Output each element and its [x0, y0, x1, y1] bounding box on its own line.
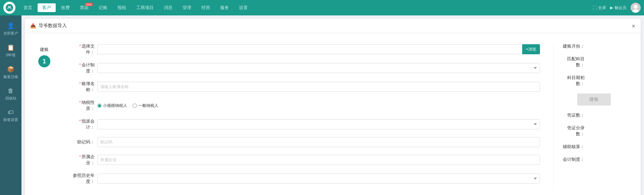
main-layout: 👤 全部客户 📋 0申报 📦 账套迁移 🗑 回收站 🏷 标签设置 📥 导爷数据导… — [0, 15, 644, 195]
accountant-row: 指派会计： — [70, 118, 540, 130]
ledger-name-label: 账簿名称： — [70, 81, 97, 93]
nav-home[interactable]: 首页 — [19, 3, 37, 12]
main-content: 📥 导爷数据导入 × 建账 1 选择文件： — [21, 15, 644, 195]
form-section: 选择文件： +浏览 会计制度： — [70, 43, 627, 191]
file-input-group: +浏览 — [97, 44, 540, 54]
match-subjects-row: 匹配科目数： — [560, 56, 627, 68]
nav-right-actions: ⛶ 全屏 ▶ 畅会员 — [593, 3, 641, 13]
tax-type-group: 小规模纳税人 一般纳税人 — [97, 103, 540, 109]
avatar[interactable] — [631, 3, 641, 13]
info-accounting-system-row: 会计制度： — [560, 156, 627, 162]
nav-business[interactable]: 工商项目 — [132, 3, 158, 12]
tax-type-label: 纳税性质： — [70, 100, 97, 112]
tax-type-row: 纳税性质： 小规模纳税人 一般纳税人 — [70, 100, 540, 112]
browse-button[interactable]: +浏览 — [522, 44, 540, 54]
trash-icon: 🗑 — [8, 87, 14, 94]
nav-settings[interactable]: 设置 — [234, 3, 252, 12]
info-section: 建账月份： 匹配科目数： 科目期初数： 建账 — [553, 43, 627, 191]
nav-billing[interactable]: 收费 — [56, 3, 75, 12]
step-circle: 1 — [38, 55, 50, 67]
file-input[interactable] — [97, 44, 522, 54]
accounting-system-row: 会计制度： — [70, 62, 540, 74]
ledger-name-row: 账簿名称： — [70, 81, 540, 93]
panel-header: 📥 导爷数据导入 — [25, 19, 641, 33]
nav-invoice[interactable]: 票据 new — [75, 3, 93, 12]
nav-operations[interactable]: 经营 — [197, 3, 215, 12]
accountant-label: 指派会计： — [70, 118, 97, 130]
create-account-button[interactable]: 建账 — [577, 93, 611, 106]
step-label: 建账 — [40, 47, 49, 53]
initial-subjects-row: 科目期初数： — [560, 75, 627, 87]
nav-messages[interactable]: 消息 — [159, 3, 177, 12]
member-btn[interactable]: ▶ 畅会员 — [610, 5, 627, 11]
tag-icon: 🏷 — [8, 109, 14, 116]
svg-point-2 — [634, 5, 638, 9]
sidebar-item-declaration[interactable]: 📋 0申报 — [0, 41, 21, 61]
import-panel: 📥 导爷数据导入 × 建账 1 选择文件： — [25, 19, 641, 195]
new-badge: new — [85, 3, 93, 6]
memo-label: 助记码： — [70, 139, 97, 145]
logo — [3, 2, 15, 14]
sidebar: 👤 全部客户 📋 0申报 📦 账套迁移 🗑 回收站 🏷 标签设置 — [0, 15, 21, 195]
migration-icon: 📦 — [7, 66, 14, 73]
history-year-label: 参照历史年度： — [70, 173, 97, 185]
accounting-system-select[interactable] — [97, 63, 540, 73]
sidebar-item-recycle[interactable]: 🗑 回收站 — [0, 84, 21, 104]
form-left: 选择文件： +浏览 会计制度： — [70, 43, 540, 191]
nav-management[interactable]: 管理 — [178, 3, 196, 12]
import-icon: 📥 — [30, 23, 36, 28]
general-taxpayer-option[interactable]: 一般纳税人 — [133, 103, 158, 109]
panel-body: 建账 1 选择文件： +浏览 — [25, 33, 641, 195]
small-taxpayer-option[interactable]: 小规模纳税人 — [97, 103, 127, 109]
aux-accounting-label: 辅助核算： — [560, 144, 587, 150]
users-icon: 👤 — [7, 22, 14, 29]
history-year-row: 参照历史年度： — [70, 173, 540, 185]
fullscreen-btn[interactable]: ⛶ 全屏 — [593, 5, 606, 11]
sidebar-item-tags[interactable]: 🏷 标签设置 — [0, 106, 21, 126]
declaration-icon: 📋 — [7, 44, 14, 51]
memo-input[interactable] — [97, 137, 540, 147]
voucher-count-row: 凭证数： — [560, 112, 627, 118]
file-row: 选择文件： +浏览 — [70, 43, 540, 55]
close-button[interactable]: × — [632, 23, 635, 30]
small-taxpayer-radio[interactable] — [97, 104, 102, 108]
sidebar-item-all-customers[interactable]: 👤 全部客户 — [0, 19, 21, 39]
nav-bookkeeping[interactable]: 记账 — [94, 3, 112, 12]
month-row: 建账月份： — [560, 43, 627, 49]
nav-tax[interactable]: 报税 — [113, 3, 131, 12]
nav-services[interactable]: 服务 — [215, 3, 234, 12]
top-navigation: 首页 客户 收费 票据 new 记账 报税 工商项目 消息 管理 经营 服务 设… — [0, 0, 644, 15]
ledger-name-input[interactable] — [97, 82, 540, 92]
step-section: 建账 1 — [38, 43, 50, 191]
sidebar-item-migration[interactable]: 📦 账套迁移 — [0, 62, 21, 83]
member-icon: ▶ — [610, 5, 613, 10]
company-input[interactable] — [97, 155, 540, 165]
fullscreen-icon: ⛶ — [593, 5, 597, 10]
company-row: 所属企业： — [70, 154, 540, 166]
accounting-system-label: 会计制度： — [70, 62, 97, 74]
voucher-entries-row: 凭证分录数： — [560, 125, 627, 137]
general-taxpayer-radio[interactable] — [133, 104, 137, 108]
info-accounting-system-label: 会计制度： — [560, 156, 587, 162]
aux-accounting-row: 辅助核算： — [560, 144, 627, 150]
panel-title: 导爷数据导入 — [39, 23, 67, 29]
initial-subjects-label: 科目期初数： — [560, 75, 587, 87]
file-label: 选择文件： — [70, 43, 97, 55]
match-subjects-label: 匹配科目数： — [560, 56, 587, 68]
memo-row: 助记码： — [70, 137, 540, 147]
nav-items: 首页 客户 收费 票据 new 记账 报税 工商项目 消息 管理 经营 服务 设… — [19, 3, 593, 12]
nav-customers[interactable]: 客户 — [38, 3, 56, 12]
month-label: 建账月份： — [560, 43, 587, 49]
history-year-select[interactable] — [97, 174, 540, 184]
accountant-select[interactable] — [97, 119, 540, 129]
voucher-count-label: 凭证数： — [560, 112, 587, 118]
company-label: 所属企业： — [70, 154, 97, 166]
voucher-entries-label: 凭证分录数： — [560, 125, 587, 137]
